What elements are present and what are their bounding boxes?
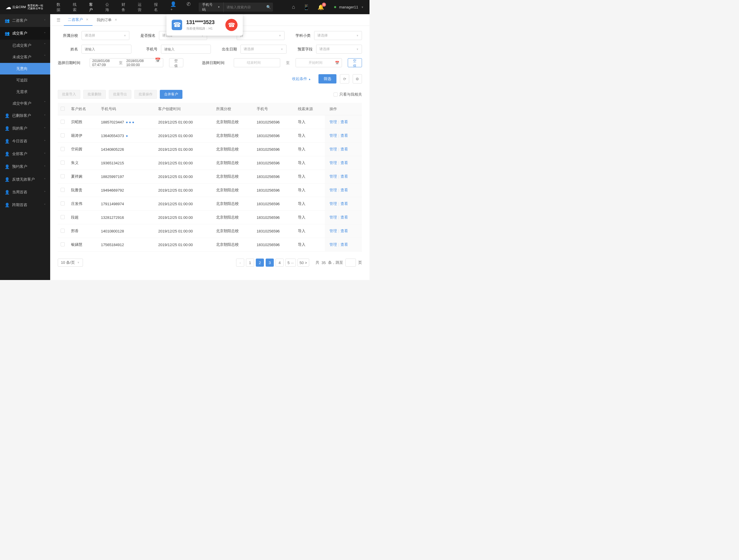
search-input[interactable] <box>224 5 264 9</box>
page-prev[interactable]: ‹ <box>236 258 244 267</box>
sidebar-反馈无效客户[interactable]: 👤反馈无效客户˅ <box>0 173 50 186</box>
sidebar-全部客户[interactable]: 👤全部客户˅ <box>0 148 50 160</box>
manage-link[interactable]: 管理 <box>329 188 337 192</box>
sidebar-我的客户[interactable]: 👤我的客户˅ <box>0 122 50 135</box>
null-button-2[interactable]: 空值 <box>348 58 362 67</box>
nav-数据[interactable]: 数据 <box>56 2 64 12</box>
filter-[interactable]: 择▼ <box>237 31 285 40</box>
view-link[interactable]: 查看 <box>340 229 348 233</box>
sidebar-已删除客户[interactable]: 👤已删除客户˅ <box>0 109 50 122</box>
nav-运营[interactable]: 运营 <box>138 2 145 12</box>
add-user-icon[interactable]: 👤⁺ <box>170 1 179 13</box>
sidebar-成交中客户[interactable]: 成交中客户˅ <box>0 98 50 109</box>
manage-link[interactable]: 管理 <box>329 133 337 138</box>
null-button-1[interactable]: 空值 <box>169 58 183 67</box>
user-menu[interactable]: manager11 ▼ <box>334 5 364 9</box>
row-checkbox[interactable] <box>60 133 65 137</box>
view-link[interactable]: 查看 <box>340 215 348 219</box>
manage-link[interactable]: 管理 <box>329 215 337 219</box>
row-checkbox[interactable] <box>60 147 65 151</box>
page-4[interactable]: 4 <box>276 258 284 267</box>
batch-批量导入[interactable]: 批量导入 <box>58 90 80 99</box>
filter-预置字段[interactable]: 请选择▼ <box>316 45 362 54</box>
phone-icon[interactable]: ✆ <box>186 1 190 13</box>
select-all-checkbox[interactable] <box>60 107 65 111</box>
filter-所属分校[interactable]: 请选择▼ <box>82 31 129 40</box>
sidebar-二咨客户[interactable]: 👥二咨客户˅ <box>0 14 50 27</box>
page-2[interactable]: 2 <box>256 258 264 267</box>
search-icon[interactable]: 🔍 <box>264 5 273 9</box>
view-link[interactable]: 查看 <box>340 242 348 247</box>
page-1[interactable]: 1 <box>246 258 254 267</box>
search-type-select[interactable]: 手机号码▼ <box>199 2 224 12</box>
tab-我的订单[interactable]: 我的订单✕ <box>93 14 121 26</box>
gear-icon[interactable]: ⚙ <box>353 74 362 83</box>
view-link[interactable]: 查看 <box>340 174 348 179</box>
row-checkbox[interactable] <box>60 188 65 192</box>
sidebar-跨期首咨[interactable]: 👤跨期首咨˅ <box>0 199 50 211</box>
nav-线索[interactable]: 线索 <box>73 2 80 12</box>
row-checkbox[interactable] <box>60 161 65 165</box>
batch-批量删除[interactable]: 批量删除 <box>83 90 106 99</box>
collapse-filters[interactable]: 收起条件 ▲ <box>292 76 311 81</box>
view-link[interactable]: 查看 <box>340 147 348 151</box>
sidebar-预约客户[interactable]: 👤预约客户˅ <box>0 160 50 173</box>
view-link[interactable]: 查看 <box>340 133 348 138</box>
date-end-2[interactable]: 开始时间📅 <box>296 58 342 67</box>
filter-出生日期[interactable]: 请选择▼ <box>241 45 287 54</box>
filter-button[interactable]: 筛选 <box>318 74 336 83</box>
row-checkbox[interactable] <box>60 229 65 233</box>
sidebar-已成交客户[interactable]: 已成交客户˅ <box>0 40 50 51</box>
filter-姓名[interactable] <box>82 45 131 54</box>
tabs-menu-icon[interactable]: ☰ <box>53 17 64 23</box>
view-link[interactable]: 查看 <box>340 120 348 124</box>
home-icon[interactable]: ⌂ <box>292 4 295 10</box>
row-checkbox[interactable] <box>60 215 65 219</box>
page-size-select[interactable]: 10 条/页▼ <box>58 258 83 267</box>
filter-手机号[interactable] <box>161 45 211 54</box>
view-link[interactable]: 查看 <box>340 188 348 192</box>
merge-customers-button[interactable]: 合并客户 <box>160 90 182 99</box>
date-start-1[interactable]: 2018/01/08 07:47:09 <box>92 59 116 67</box>
sidebar-今日首咨[interactable]: 👤今日首咨˅ <box>0 135 50 148</box>
sidebar-可追踪[interactable]: 可追踪 <box>0 74 50 86</box>
date-end-1[interactable]: 2018/01/08 10:00:00 <box>126 59 149 67</box>
sidebar-无意向[interactable]: 无意向 <box>0 63 50 74</box>
nav-公海[interactable]: 公海 <box>105 2 113 12</box>
row-checkbox[interactable] <box>60 120 65 124</box>
mobile-icon[interactable]: 📱 <box>303 4 309 10</box>
batch-批量导出[interactable]: 批量导出 <box>109 90 131 99</box>
only-mine-checkbox[interactable] <box>333 92 338 97</box>
close-icon[interactable]: ✕ <box>115 18 117 22</box>
page-5 ···[interactable]: 5 ··· <box>285 258 296 267</box>
view-link[interactable]: 查看 <box>340 161 348 165</box>
page-jump-input[interactable] <box>345 258 356 267</box>
tab-二咨客户[interactable]: 二咨客户✕ <box>64 14 93 26</box>
batch-批量操作[interactable]: 批量操作 <box>134 90 157 99</box>
page-3[interactable]: 3 <box>266 258 274 267</box>
nav-客户[interactable]: 客户 <box>89 2 97 12</box>
manage-link[interactable]: 管理 <box>329 242 337 247</box>
view-link[interactable]: 查看 <box>340 201 348 206</box>
close-icon[interactable]: ✕ <box>86 18 89 21</box>
manage-link[interactable]: 管理 <box>329 174 337 179</box>
page-50 >[interactable]: 50 > <box>298 258 309 267</box>
manage-link[interactable]: 管理 <box>329 161 337 165</box>
filter-学科小类[interactable]: 请选择▼ <box>314 31 362 40</box>
sidebar-无需求[interactable]: 无需求 <box>0 86 50 98</box>
row-checkbox[interactable] <box>60 242 65 246</box>
refresh-icon[interactable]: ⟳ <box>340 74 349 83</box>
manage-link[interactable]: 管理 <box>329 147 337 151</box>
date-start-2[interactable]: 结束时间 <box>234 58 280 67</box>
hangup-button[interactable]: ☎ <box>226 19 238 31</box>
sidebar-成交客户[interactable]: 👥成交客户˄ <box>0 27 50 40</box>
manage-link[interactable]: 管理 <box>329 229 337 233</box>
row-checkbox[interactable] <box>60 201 65 205</box>
sidebar-未成交客户[interactable]: 未成交客户˄ <box>0 51 50 63</box>
bell-icon[interactable]: 🔔5 <box>318 4 324 10</box>
nav-财务[interactable]: 财务 <box>122 2 129 12</box>
sidebar-当周首咨[interactable]: 👤当周首咨˅ <box>0 186 50 199</box>
nav-报名[interactable]: 报名 <box>154 2 162 12</box>
manage-link[interactable]: 管理 <box>329 120 337 124</box>
row-checkbox[interactable] <box>60 174 65 178</box>
